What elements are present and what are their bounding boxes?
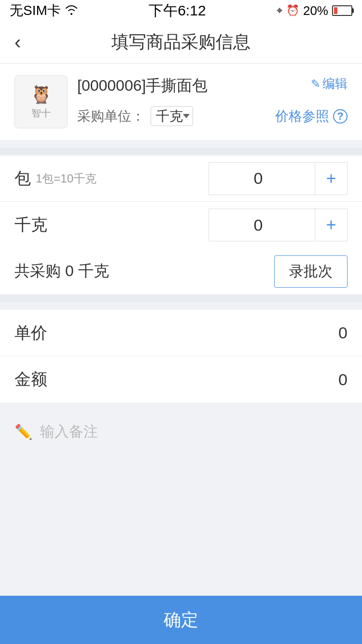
amount-value: 0	[338, 370, 348, 389]
unit-label: 采购单位：	[77, 107, 145, 126]
unit-price-label: 单价	[14, 322, 47, 344]
bao-plus-button[interactable]: +	[315, 162, 348, 195]
time-label: 下午6:12	[149, 1, 206, 21]
edit-label: 编辑	[322, 75, 348, 92]
wifi-icon	[65, 3, 78, 18]
price-ref-label: 价格参照	[275, 107, 329, 126]
battery-label: 20%	[303, 3, 328, 18]
page-title: 填写商品采购信息	[111, 30, 251, 54]
bao-input-row: 包 1包=10千克 +	[0, 155, 362, 202]
bao-quantity-input[interactable]	[209, 162, 315, 195]
bottom-spacer	[0, 453, 362, 596]
product-name-row: [0000006]手撕面包 ✎ 编辑	[77, 75, 348, 97]
bao-label: 包	[14, 168, 31, 190]
bao-sub-label: 1包=10千克	[36, 171, 209, 186]
nav-bar: ‹ 填写商品采购信息	[0, 21, 362, 64]
status-right: ⌖ ⏰ 20%	[277, 3, 352, 18]
amount-label: 金额	[14, 368, 47, 391]
pencil-icon: ✏️	[14, 423, 32, 440]
kg-input-row: 千克 +	[0, 202, 362, 248]
section-divider-2	[0, 294, 362, 302]
unit-select[interactable]: 千克	[151, 106, 193, 126]
confirm-button[interactable]: 确定	[0, 596, 362, 644]
kg-quantity-input[interactable]	[209, 209, 315, 241]
price-section: 单价 0 金额 0	[0, 310, 362, 403]
back-button[interactable]: ‹	[10, 27, 26, 58]
total-quantity-label: 共采购 0 千克	[14, 261, 109, 282]
record-batch-button[interactable]: 录批次	[274, 255, 348, 288]
kg-plus-button[interactable]: +	[315, 209, 348, 241]
edit-icon: ✎	[311, 77, 320, 91]
product-info: [0000006]手撕面包 ✎ 编辑 采购单位： 千克 价格参照 ?	[77, 75, 348, 126]
summary-row: 共采购 0 千克 录批次	[0, 248, 362, 294]
help-icon: ?	[333, 109, 348, 124]
alarm-icon: ⏰	[286, 4, 299, 17]
unit-price-row: 单价 0	[0, 310, 362, 356]
kg-input-wrapper: +	[209, 209, 348, 241]
unit-price-value: 0	[338, 323, 348, 342]
kg-label: 千克	[14, 214, 47, 236]
location-icon: ⌖	[277, 4, 282, 17]
status-bar: 无SIM卡 下午6:12 ⌖ ⏰ 20%	[0, 0, 362, 21]
section-divider-1	[0, 148, 362, 155]
carrier-label: 无SIM卡	[10, 1, 61, 20]
remark-placeholder: 输入备注	[40, 422, 98, 442]
product-logo-text: 智十	[31, 107, 51, 120]
product-thumbnail: 🦉 智十	[14, 75, 68, 128]
product-logo-icon: 🦉	[30, 84, 52, 105]
quantity-input-section: 包 1包=10千克 + 千克 +	[0, 155, 362, 248]
product-unit-row: 采购单位： 千克 价格参照 ?	[77, 106, 348, 126]
product-name: [0000006]手撕面包	[77, 75, 208, 97]
amount-row: 金额 0	[0, 356, 362, 403]
product-card: 🦉 智十 [0000006]手撕面包 ✎ 编辑 采购单位： 千克 价格	[0, 64, 362, 140]
bao-input-wrapper: +	[209, 162, 348, 195]
remark-section[interactable]: ✏️ 输入备注	[0, 410, 362, 453]
status-left: 无SIM卡	[10, 1, 78, 20]
battery-icon	[332, 5, 352, 16]
price-reference-link[interactable]: 价格参照 ?	[275, 107, 348, 126]
edit-link[interactable]: ✎ 编辑	[311, 75, 348, 92]
